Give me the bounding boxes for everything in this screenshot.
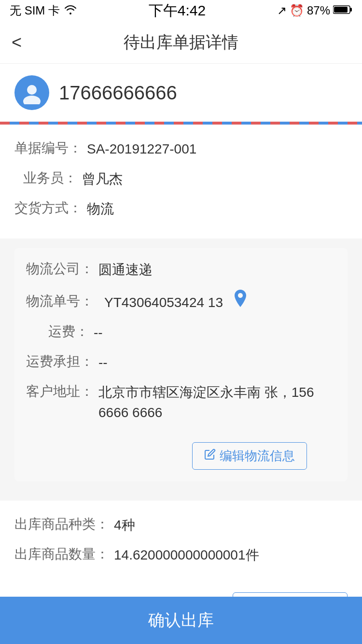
address-value: 北京市市辖区海淀区永丰南 张，156 6666 6666 [94, 382, 336, 423]
section-divider-1 [0, 491, 362, 501]
avatar [14, 75, 49, 110]
product-quantity-label: 出库商品数量： [14, 545, 109, 563]
logistics-company-label: 物流公司： [26, 260, 94, 278]
battery-text: 87% [307, 4, 330, 17]
status-right: ↗ ⏰ 87% [277, 4, 352, 17]
edit-logistics-label: 编辑物流信息 [220, 448, 295, 464]
svg-rect-2 [334, 7, 348, 13]
confirm-button[interactable]: 确认出库 [0, 597, 362, 644]
battery-icon [333, 4, 352, 17]
order-info-section: 单据编号： SA-20191227-001 业务员： 曾凡杰 交货方式： 物流 [0, 125, 362, 238]
logistics-company-row: 物流公司： 圆通速递 [26, 260, 336, 280]
product-types-row: 出库商品种类： 4种 [14, 515, 348, 535]
order-number-label: 单据编号： [14, 139, 82, 157]
sales-person-label: 业务员： [14, 169, 77, 187]
page-title: 待出库单据详情 [124, 31, 238, 54]
confirm-label: 确认出库 [148, 609, 214, 631]
address-row: 客户地址： 北京市市辖区海淀区永丰南 张，156 6666 6666 [26, 382, 336, 423]
product-types-label: 出库商品种类： [14, 515, 109, 533]
svg-rect-1 [350, 8, 352, 12]
location-icon: ↗ [277, 4, 287, 17]
edit-icon [204, 448, 216, 463]
user-header: 17666666666 [0, 64, 362, 122]
freight-row: 运费： -- [26, 322, 336, 343]
logistics-tracking-row: 物流单号： YT43064053424 13 [26, 290, 336, 313]
logistics-tracking-value: YT43064053424 13 [99, 290, 336, 313]
alarm-icon: ⏰ [290, 4, 304, 17]
product-quantity-row: 出库商品数量： 14.620000000000001件 [14, 545, 348, 565]
wifi-icon [64, 4, 77, 17]
edit-logistics-button[interactable]: 编辑物流信息 [192, 442, 307, 470]
location-pin-icon[interactable] [233, 290, 248, 313]
back-button[interactable]: < [12, 32, 22, 53]
freight-bearer-value: -- [94, 352, 336, 373]
nav-bar: < 待出库单据详情 [0, 21, 362, 64]
sales-person-row: 业务员： 曾凡杰 [14, 169, 348, 189]
status-left: 无 SIM 卡 [10, 3, 77, 18]
order-number-value: SA-20191227-001 [82, 139, 348, 159]
status-time: 下午4:42 [149, 1, 206, 21]
delivery-method-value: 物流 [82, 199, 348, 219]
logistics-card: 物流公司： 圆通速递 物流单号： YT43064053424 13 运费： --… [14, 248, 348, 481]
freight-bearer-label: 运费承担： [26, 352, 94, 371]
freight-value: -- [89, 322, 336, 343]
freight-bearer-row: 运费承担： -- [26, 352, 336, 373]
address-label: 客户地址： [26, 382, 94, 401]
product-quantity-value: 14.620000000000001件 [109, 545, 348, 565]
freight-label: 运费： [26, 322, 89, 341]
user-phone: 17666666666 [59, 82, 177, 104]
svg-point-3 [27, 85, 37, 95]
logistics-tracking-label: 物流单号： [26, 292, 94, 310]
sales-person-value: 曾凡杰 [77, 169, 348, 189]
product-section: 出库商品种类： 4种 出库商品数量： 14.620000000000001件 [0, 501, 362, 585]
delivery-method-row: 交货方式： 物流 [14, 199, 348, 219]
carrier-text: 无 SIM 卡 [10, 3, 60, 18]
order-number-row: 单据编号： SA-20191227-001 [14, 139, 348, 159]
edit-logistics-button-container: 编辑物流信息 [41, 433, 321, 481]
delivery-method-label: 交货方式： [14, 199, 82, 217]
product-types-value: 4种 [109, 515, 348, 535]
logistics-company-value: 圆通速递 [94, 260, 336, 280]
status-bar: 无 SIM 卡 下午4:42 ↗ ⏰ 87% [0, 0, 362, 21]
svg-point-4 [23, 96, 41, 104]
